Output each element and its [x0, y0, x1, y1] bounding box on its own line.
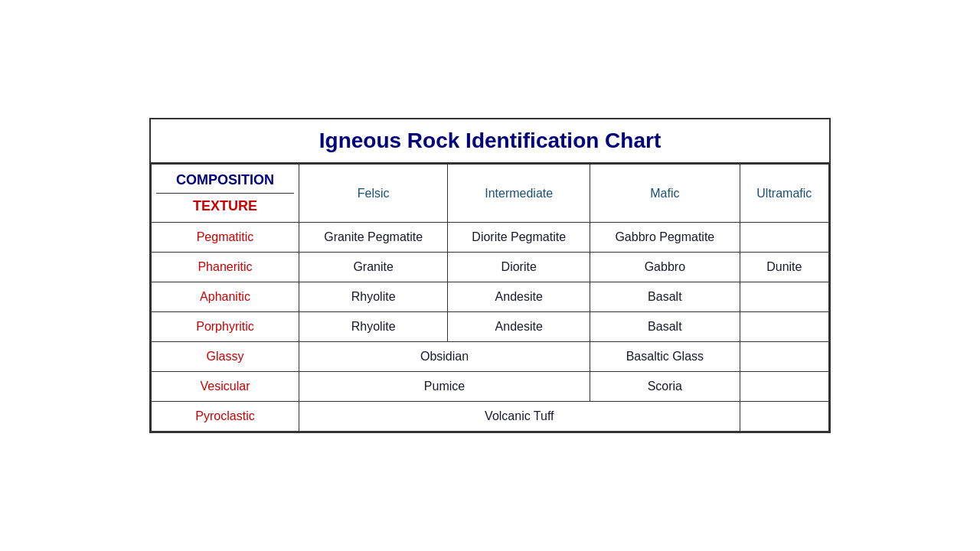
col-header-felsic: Felsic: [299, 165, 448, 223]
cell-phaneritic-ultramafic: Dunite: [740, 253, 828, 282]
cell-vesicular-pumice: Pumice: [299, 372, 590, 402]
texture-label: TEXTURE: [156, 198, 294, 214]
cell-aphanitic-ultramafic: [740, 282, 828, 312]
chart-table: COMPOSITION TEXTURE Felsic Intermediate …: [151, 164, 829, 432]
texture-pegmatitic: Pegmatitic: [152, 223, 299, 253]
texture-glassy: Glassy: [152, 342, 299, 372]
chart-container: Igneous Rock Identification Chart COMPOS…: [149, 118, 831, 433]
cell-vesicular-ultramafic: [740, 372, 828, 402]
header-row: COMPOSITION TEXTURE Felsic Intermediate …: [152, 165, 829, 223]
col-header-mafic: Mafic: [590, 165, 740, 223]
col-header-ultramafic: Ultramafic: [740, 165, 828, 223]
cell-porphyritic-felsic: Rhyolite: [299, 312, 448, 342]
cell-phaneritic-felsic: Granite: [299, 253, 448, 282]
cell-glassy-obsidian: Obsidian: [299, 342, 590, 372]
cell-pegmatitic-intermediate: Diorite Pegmatite: [448, 223, 590, 253]
cell-phaneritic-mafic: Gabbro: [590, 253, 740, 282]
cell-pyroclastic-volcanic-tuff: Volcanic Tuff: [299, 402, 740, 432]
texture-pyroclastic: Pyroclastic: [152, 402, 299, 432]
texture-porphyritic: Porphyritic: [152, 312, 299, 342]
row-glassy: Glassy Obsidian Basaltic Glass: [152, 342, 829, 372]
cell-aphanitic-felsic: Rhyolite: [299, 282, 448, 312]
cell-porphyritic-ultramafic: [740, 312, 828, 342]
composition-label: COMPOSITION: [156, 172, 294, 188]
row-vesicular: Vesicular Pumice Scoria: [152, 372, 829, 402]
chart-title: Igneous Rock Identification Chart: [151, 119, 829, 164]
cell-pegmatitic-felsic: Granite Pegmatite: [299, 223, 448, 253]
cell-aphanitic-intermediate: Andesite: [448, 282, 590, 312]
cell-glassy-ultramafic: [740, 342, 828, 372]
cell-pegmatitic-ultramafic: [740, 223, 828, 253]
texture-vesicular: Vesicular: [152, 372, 299, 402]
cell-vesicular-mafic: Scoria: [590, 372, 740, 402]
cell-porphyritic-intermediate: Andesite: [448, 312, 590, 342]
row-porphyritic: Porphyritic Rhyolite Andesite Basalt: [152, 312, 829, 342]
cell-aphanitic-mafic: Basalt: [590, 282, 740, 312]
cell-pegmatitic-mafic: Gabbro Pegmatite: [590, 223, 740, 253]
cell-glassy-mafic: Basaltic Glass: [590, 342, 740, 372]
texture-phaneritic: Phaneritic: [152, 253, 299, 282]
row-aphanitic: Aphanitic Rhyolite Andesite Basalt: [152, 282, 829, 312]
cell-phaneritic-intermediate: Diorite: [448, 253, 590, 282]
texture-aphanitic: Aphanitic: [152, 282, 299, 312]
col-header-intermediate: Intermediate: [448, 165, 590, 223]
row-phaneritic: Phaneritic Granite Diorite Gabbro Dunite: [152, 253, 829, 282]
composition-texture-header: COMPOSITION TEXTURE: [152, 165, 299, 223]
row-pegmatitic: Pegmatitic Granite Pegmatite Diorite Peg…: [152, 223, 829, 253]
row-pyroclastic: Pyroclastic Volcanic Tuff: [152, 402, 829, 432]
cell-pyroclastic-ultramafic: [740, 402, 828, 432]
cell-porphyritic-mafic: Basalt: [590, 312, 740, 342]
